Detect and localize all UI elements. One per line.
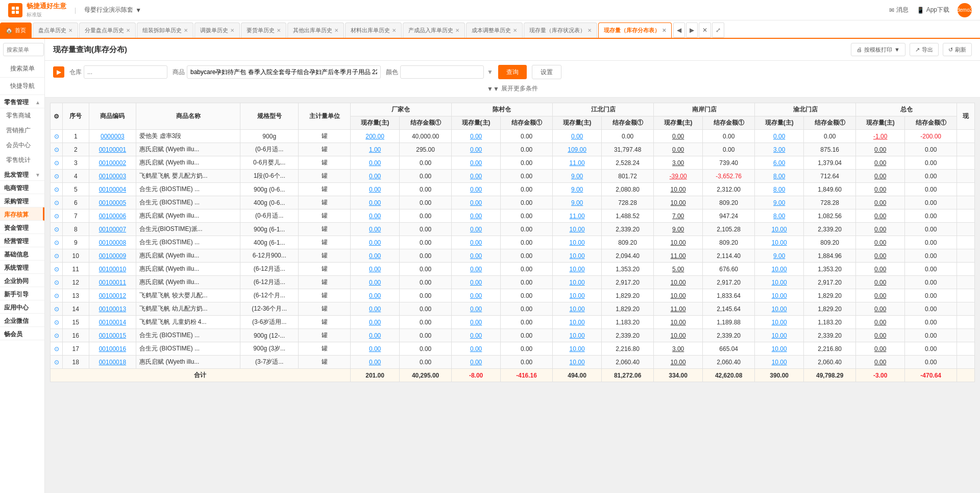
- cell-chencun-qty[interactable]: 0.00: [451, 143, 500, 156]
- product-input[interactable]: [187, 65, 381, 79]
- sidebar-section-retail[interactable]: 零售管理 ▲: [0, 95, 44, 108]
- cell-yubei-qty[interactable]: 10.00: [755, 302, 804, 316]
- sidebar-section-ecom[interactable]: 电商管理: [0, 181, 44, 194]
- cell-changjia-qty[interactable]: 0.00: [350, 223, 399, 236]
- cell-gear[interactable]: ⊙: [51, 209, 63, 223]
- tab-close-8[interactable]: ✕: [455, 28, 459, 33]
- cell-chencun-qty[interactable]: 0.00: [451, 130, 500, 143]
- cell-code[interactable]: 0000003: [89, 130, 136, 143]
- cell-zong-qty[interactable]: -1.00: [856, 130, 905, 143]
- cell-changjia-qty[interactable]: 0.00: [350, 329, 399, 342]
- cell-chencun-qty[interactable]: 0.00: [451, 302, 500, 316]
- cell-code[interactable]: 00100005: [89, 196, 136, 209]
- cell-chencun-qty[interactable]: 0.00: [451, 329, 500, 342]
- cell-yubei-qty[interactable]: 3.00: [755, 143, 804, 156]
- message-btn[interactable]: ✉ 消息: [889, 6, 909, 14]
- cell-zong-qty[interactable]: 0.00: [856, 249, 905, 263]
- cell-chencun-qty[interactable]: 0.00: [451, 263, 500, 276]
- sidebar-section-guide[interactable]: 新手引导: [0, 287, 44, 300]
- cell-yubei-qty[interactable]: 10.00: [755, 356, 804, 369]
- cell-changjia-qty[interactable]: 0.00: [350, 183, 399, 196]
- sidebar-section-system[interactable]: 系统管理: [0, 261, 44, 274]
- sidebar-item-nav[interactable]: 快捷导航: [0, 78, 44, 95]
- cell-gear[interactable]: ⊙: [51, 156, 63, 170]
- tab-close-10[interactable]: ✕: [587, 28, 592, 33]
- cell-nanan-qty[interactable]: 3.00: [654, 156, 703, 170]
- cell-jiangbei-qty[interactable]: 9.00: [553, 170, 602, 183]
- cell-gear[interactable]: ⊙: [51, 276, 63, 289]
- tab-1[interactable]: 盘点单历史 ✕: [33, 22, 78, 38]
- tab-8[interactable]: 产成品入库单历史 ✕: [403, 22, 465, 38]
- cell-yubei-qty[interactable]: 10.00: [755, 276, 804, 289]
- sidebar-item-member[interactable]: 会员中心: [0, 138, 44, 153]
- cell-jiangbei-qty[interactable]: 0.00: [553, 130, 602, 143]
- cell-yubei-qty[interactable]: 10.00: [755, 236, 804, 249]
- sidebar-section-enterprise[interactable]: 企业协同: [0, 274, 44, 287]
- cell-chencun-qty[interactable]: 0.00: [451, 289, 500, 302]
- warehouse-input[interactable]: [84, 65, 167, 79]
- cell-zong-qty[interactable]: 0.00: [856, 276, 905, 289]
- tab-close-all-btn[interactable]: ✕: [699, 22, 711, 38]
- cell-nanan-qty[interactable]: 10.00: [654, 236, 703, 249]
- cell-changjia-qty[interactable]: 0.00: [350, 289, 399, 302]
- cell-gear[interactable]: ⊙: [51, 223, 63, 236]
- cell-jiangbei-qty[interactable]: 10.00: [553, 263, 602, 276]
- sidebar-section-wechat[interactable]: 企业微信: [0, 314, 44, 327]
- cell-jiangbei-qty[interactable]: 10.00: [553, 316, 602, 329]
- cell-chencun-qty[interactable]: 0.00: [451, 356, 500, 369]
- cell-jiangbei-qty[interactable]: 10.00: [553, 342, 602, 356]
- cell-yubei-qty[interactable]: 10.00: [755, 329, 804, 342]
- cell-nanan-qty[interactable]: 7.00: [654, 209, 703, 223]
- sidebar-section-apps[interactable]: 应用中心: [0, 300, 44, 314]
- cell-yubei-qty[interactable]: 10.00: [755, 263, 804, 276]
- cell-yubei-qty[interactable]: 8.00: [755, 209, 804, 223]
- cell-changjia-qty[interactable]: 0.00: [350, 196, 399, 209]
- cell-gear[interactable]: ⊙: [51, 316, 63, 329]
- cell-changjia-qty[interactable]: 1.00: [350, 143, 399, 156]
- cell-chencun-qty[interactable]: 0.00: [451, 236, 500, 249]
- cell-yubei-qty[interactable]: 10.00: [755, 316, 804, 329]
- tab-2[interactable]: 分量盘点单历史 ✕: [79, 22, 136, 38]
- cell-zong-qty[interactable]: 0.00: [856, 342, 905, 356]
- sidebar-section-inventory[interactable]: 库存核算: [0, 207, 44, 221]
- sidebar-section-operation[interactable]: 经营管理: [0, 234, 44, 247]
- cell-chencun-qty[interactable]: 0.00: [451, 249, 500, 263]
- sidebar-item-search[interactable]: 搜索菜单: [0, 60, 44, 78]
- cell-zong-qty[interactable]: 0.00: [856, 223, 905, 236]
- cell-code[interactable]: 00100007: [89, 223, 136, 236]
- cell-nanan-qty[interactable]: 10.00: [654, 196, 703, 209]
- cell-chencun-qty[interactable]: 0.00: [451, 156, 500, 170]
- cell-jiangbei-qty[interactable]: 11.00: [553, 156, 602, 170]
- tab-close-11[interactable]: ✕: [662, 28, 666, 33]
- cell-yubei-qty[interactable]: 0.00: [755, 130, 804, 143]
- cell-gear[interactable]: ⊙: [51, 236, 63, 249]
- cell-code[interactable]: 00100004: [89, 183, 136, 196]
- cell-nanan-qty[interactable]: -39.00: [654, 170, 703, 183]
- cell-changjia-qty[interactable]: 0.00: [350, 236, 399, 249]
- cell-zong-qty[interactable]: 0.00: [856, 329, 905, 342]
- cell-code[interactable]: 00100001: [89, 143, 136, 156]
- tab-close-1[interactable]: ✕: [68, 28, 72, 33]
- cell-nanan-qty[interactable]: 3.00: [654, 342, 703, 356]
- cell-changjia-qty[interactable]: 0.00: [350, 263, 399, 276]
- cell-gear[interactable]: ⊙: [51, 170, 63, 183]
- tab-expand-btn[interactable]: ⤢: [712, 22, 724, 38]
- cell-changjia-qty[interactable]: 0.00: [350, 356, 399, 369]
- tab-close-7[interactable]: ✕: [392, 28, 396, 33]
- cell-zong-qty[interactable]: 0.00: [856, 316, 905, 329]
- cell-zong-qty[interactable]: 0.00: [856, 263, 905, 276]
- refresh-button[interactable]: ↺ 刷新: [943, 43, 972, 56]
- cell-code[interactable]: 00100013: [89, 302, 136, 316]
- tab-9[interactable]: 成本调整单历史 ✕: [466, 22, 523, 38]
- cell-code[interactable]: 00100008: [89, 236, 136, 249]
- query-button[interactable]: 查询: [498, 65, 527, 79]
- cell-code[interactable]: 00100015: [89, 329, 136, 342]
- cell-changjia-qty[interactable]: 0.00: [350, 209, 399, 223]
- tab-close-4[interactable]: ✕: [230, 28, 234, 33]
- cell-gear[interactable]: ⊙: [51, 130, 63, 143]
- tab-5[interactable]: 要货单历史 ✕: [241, 22, 286, 38]
- avatar[interactable]: demo2: [958, 3, 972, 17]
- tab-close-2[interactable]: ✕: [126, 28, 130, 33]
- cell-gear[interactable]: ⊙: [51, 183, 63, 196]
- settings-button[interactable]: 设置: [532, 65, 561, 79]
